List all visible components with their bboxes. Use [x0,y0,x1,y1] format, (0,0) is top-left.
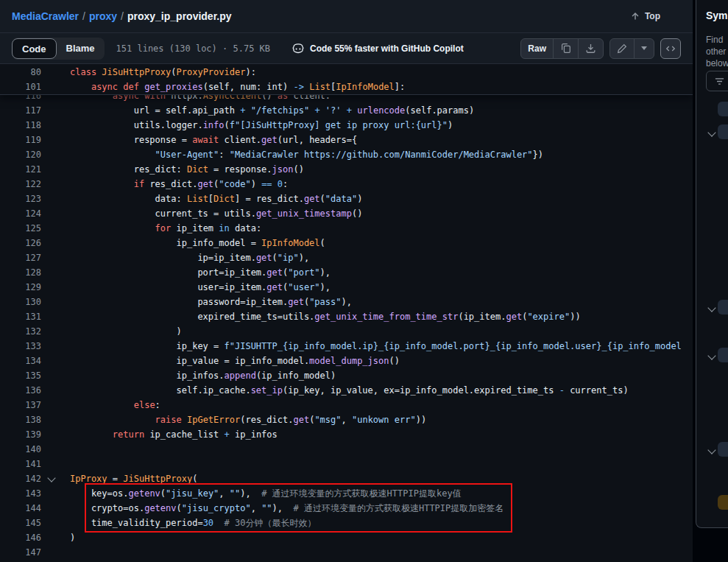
code-text: ) [70,530,75,545]
symbol-pill[interactable] [718,442,728,457]
line-number[interactable]: 145 [0,516,41,530]
line-number[interactable]: 130 [0,295,41,309]
code-line: 134 ip_value = ip_info_model.model_dump_… [0,354,693,368]
line-number[interactable]: 133 [0,339,41,354]
code-line: 80class JiSuHttpProxy(ProxyProvider): [0,65,693,80]
symbol-pill[interactable] [718,102,728,116]
code-text: time_validity_period=30 # 30分钟（最长时效） [70,516,316,530]
line-number[interactable]: 118 [0,118,41,133]
code-text: ip=ip_item.get("ip"), [70,250,309,265]
code-text: class JiSuHttpProxy(ProxyProvider): [70,65,256,80]
line-number[interactable]: 128 [0,265,41,280]
line-number[interactable]: 135 [0,368,41,383]
chevron-down-icon[interactable] [707,351,715,359]
code-line: 140 [0,442,693,457]
code-line: 123 data: List[Dict] = res_dict.get("dat… [0,192,693,206]
symbol-row [696,442,728,458]
symbols-toggle-button[interactable] [660,38,681,59]
code-line: 126 ip_info_model = IpInfoModel( [0,236,693,250]
line-number[interactable]: 120 [0,147,41,162]
line-number[interactable]: 126 [0,236,41,250]
line-number[interactable]: 146 [0,530,41,545]
line-number[interactable]: 134 [0,354,41,368]
chevron-down-icon[interactable] [707,446,715,454]
edit-dropdown-button[interactable] [634,39,654,58]
line-number[interactable]: 147 [0,545,41,560]
code-text: expired_time_ts=utils.get_unix_time_from… [70,309,581,324]
download-button[interactable] [578,39,603,58]
copilot-banner-text: Code 55% faster with GitHub Copilot [310,43,464,54]
code-line: 129 user=ip_item.get("user"), [0,280,693,295]
code-text: key=os.getenv("jisu_key", ""), # 通过环境变量的… [70,486,462,501]
main-column: MediaCrawler/proxy/proxy_ip_provider.py … [0,0,693,562]
line-number[interactable]: 101 [0,80,41,94]
edit-button[interactable] [610,39,634,58]
symbols-panel: Symbols Find other below [696,0,728,528]
code-text: for ip_item in data: [70,221,261,236]
line-number[interactable]: 131 [0,309,41,324]
line-number[interactable]: 143 [0,486,41,501]
symbol-pill[interactable] [718,495,728,510]
line-number[interactable]: 129 [0,280,41,295]
code-line: 144 crypto=os.getenv("jisu_crypto", ""),… [0,501,693,516]
copy-icon [560,43,571,54]
line-number[interactable]: 119 [0,133,41,147]
file-header: MediaCrawler/proxy/proxy_ip_provider.py … [0,0,693,33]
line-number[interactable]: 138 [0,412,41,427]
tab-blame[interactable]: Blame [57,38,105,59]
code-brackets-icon [665,43,676,54]
arrow-up-icon [630,11,640,21]
line-number[interactable]: 137 [0,398,41,412]
breadcrumb-repo-link[interactable]: MediaCrawler [12,10,79,22]
copy-button[interactable] [553,39,578,58]
symbol-pill[interactable] [718,348,728,362]
code-line: 136 self.ip_cache.set_ip(ip_key, ip_valu… [0,383,693,398]
line-number[interactable]: 122 [0,177,41,192]
symbols-filter-button[interactable] [706,71,728,91]
pencil-icon [617,43,627,54]
edit-group [609,38,654,59]
line-number[interactable]: 127 [0,250,41,265]
code-text: IpProxy = JiSuHttpProxy( [70,471,197,486]
filter-icon [714,76,725,87]
code-line: 138 raise IpGetError(res_dict.get("msg",… [0,412,693,427]
line-number[interactable]: 125 [0,221,41,236]
line-number[interactable]: 144 [0,501,41,516]
line-number[interactable]: 140 [0,442,41,457]
code-line: 131 expired_time_ts=utils.get_unix_time_… [0,309,693,324]
line-number[interactable]: 117 [0,103,41,118]
fold-toggle-icon[interactable] [47,474,55,482]
copilot-banner[interactable]: Code 55% faster with GitHub Copilot [292,43,464,55]
code-text: url = self.api_path + "/fetchips" + '?' … [70,103,474,118]
code-line: 124 current_ts = utils.get_unix_timestam… [0,206,693,221]
line-number[interactable]: 124 [0,206,41,221]
code-text: ip_key = f"JISUHTTP_{ip_info_model.ip}_{… [70,339,682,354]
line-number[interactable]: 121 [0,162,41,177]
code-text: async def get_proxies(self, num: int) ->… [70,80,405,94]
breadcrumb: MediaCrawler/proxy/proxy_ip_provider.py [12,10,232,22]
symbol-row [696,102,728,118]
line-number[interactable]: 123 [0,192,41,206]
back-to-top-button[interactable]: Top [630,11,660,21]
line-number[interactable]: 80 [0,65,41,80]
code-text: ip_info_model = IpInfoModel( [70,236,325,250]
symbol-pill[interactable] [718,124,728,139]
line-number[interactable]: 132 [0,324,41,339]
code-text: if res_dict.get("code") == 0: [70,177,288,192]
breadcrumb-file-name: proxy_ip_provider.py [127,10,232,22]
code-line: 139 return ip_cache_list + ip_infos [0,427,693,442]
chevron-down-icon[interactable] [707,303,715,312]
raw-button[interactable]: Raw [521,39,553,58]
code-text: else: [70,398,160,412]
line-number[interactable]: 136 [0,383,41,398]
chevron-down-icon[interactable] [707,128,715,136]
line-number[interactable]: 141 [0,457,41,471]
code-line: 127 ip=ip_item.get("ip"), [0,250,693,265]
line-number[interactable]: 139 [0,427,41,442]
breadcrumb-dir-link[interactable]: proxy [89,10,117,22]
code-viewer[interactable]: 116 async with httpx.AsyncClient() as cl… [0,65,693,562]
tab-code[interactable]: Code [12,38,57,59]
line-number[interactable]: 142 [0,471,41,486]
symbol-pill[interactable] [718,300,728,315]
code-text: return ip_cache_list + ip_infos [70,427,278,442]
